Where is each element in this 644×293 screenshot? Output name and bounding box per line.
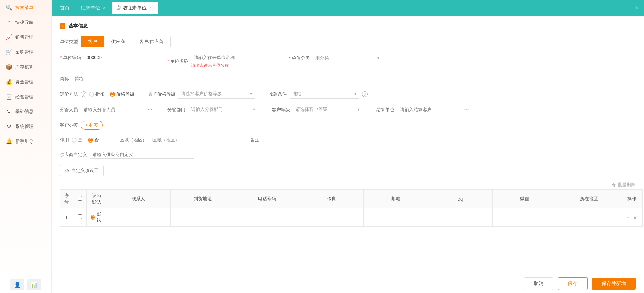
settlement-more-icon[interactable]: ··· [463,107,470,113]
td-email[interactable] [364,208,428,227]
table-select-all[interactable] [78,196,82,201]
sidebar-item-purchase[interactable]: 🛒 采购管理 [0,44,51,59]
radio-no-circle [88,138,93,143]
payment-arrow-icon: ▾ [354,91,356,96]
section-header: F 基本信息 [60,23,636,29]
unit-name-input[interactable] [191,54,275,62]
qq-input[interactable] [432,213,488,221]
add-tag-button[interactable]: + 标签 [81,121,103,130]
pricing-help-icon[interactable]: ? [81,91,86,97]
remark-input[interactable] [262,136,367,144]
tab-partners[interactable]: 往来单位 × [75,2,112,14]
radio-price-level[interactable]: 价格等级 [110,91,134,97]
alias-input[interactable] [72,75,141,83]
radio-yes-circle [72,138,77,143]
unit-category-group: 单位分类 未分类 ▾ [289,54,382,63]
manager-input[interactable] [81,106,143,114]
radio-discount[interactable]: 折扣 [89,91,104,97]
sidebar-item-system[interactable]: ⚙ 系统管理 [0,119,51,134]
region-more-icon[interactable]: ··· [222,137,229,143]
basicinfo-icon: 🗂 [6,108,13,115]
settlement-group: 结算单位 ··· [376,106,470,114]
tabbar-close-all[interactable]: × [632,5,641,12]
settlement-input[interactable] [397,106,460,114]
location-input[interactable] [561,213,617,221]
unit-category-select[interactable]: 未分类 ▾ [313,54,382,63]
purchase-icon: 🛒 [6,49,13,55]
sidebar-item-inventory[interactable]: 📦 库存核算 [0,59,51,74]
unit-code-input[interactable] [84,54,154,62]
pricing-row: 定价方法 ? 折扣 价格等级 客户价格等级 请选择客户价格等级 [60,89,636,99]
supplier-custom-input[interactable] [90,150,194,159]
th-contact: 联系人 [106,190,171,208]
pricing-radio-group: 折扣 价格等级 [89,91,134,97]
row-checkbox[interactable] [78,214,82,219]
td-qq[interactable] [428,208,493,227]
tab-new-partner[interactable]: 新增往来单位 × [112,2,158,14]
fax-input[interactable] [304,213,359,221]
bulk-delete-button[interactable]: 🗑 批量删除 [60,182,636,188]
sidebar-item-basicinfo[interactable]: 🗂 基础信息 [0,104,51,119]
sidebar-item-operations[interactable]: 📋 经营管理 [0,89,51,104]
save-button[interactable]: 保存 [558,277,588,290]
customer-level-arrow-icon: ▾ [358,107,360,112]
region-label: 区域（地区） [120,137,147,143]
sidebar-item-quicknav[interactable]: ⌂ 快捷导航 [0,15,51,30]
radio-disabled-yes[interactable]: 是 [72,137,83,143]
system-icon: ⚙ [6,123,13,130]
tab-partners-close[interactable]: × [102,6,106,10]
td-contact[interactable] [106,208,171,227]
address-input[interactable] [175,213,230,221]
save-add-button[interactable]: 保存并新增 [592,278,636,290]
customer-level-label: 客户等级 [272,107,290,113]
td-location[interactable] [557,208,621,227]
customer-level-group: 客户等级 请选择客户等级 ▾ [272,105,362,114]
payment-help-icon[interactable]: ? [362,91,368,97]
contact-input[interactable] [110,213,166,221]
unit-code-label: 单位编码 [60,55,81,61]
tag-group: 客户标签 + 标签 [60,121,103,130]
tab-home[interactable]: 首页 [54,2,75,14]
td-fax[interactable] [299,208,364,227]
type-btn-customer[interactable]: 客户 [81,36,104,47]
delete-row-button[interactable]: 🗑 [633,214,638,220]
user-button[interactable]: 👤 [10,279,24,290]
pricing-label: 定价方法 [60,91,78,97]
custom-settings-button[interactable]: ⚙ 自定义项设置 [60,165,104,176]
phone-input[interactable] [239,213,295,221]
payment-select[interactable]: 现结 ▾ [290,89,359,99]
radio-discount-circle [89,92,94,97]
td-address[interactable] [171,208,235,227]
page-content: F 基本信息 单位类型 客户 供应商 客户/供应商 单位编码 单位名称 [52,16,644,274]
sidebar-item-search[interactable]: 🔍 搜索菜单 [0,0,51,15]
email-input[interactable] [368,213,424,221]
manager-group: 分管人员 ··· [60,106,154,114]
td-wechat[interactable] [493,208,557,227]
default-radio[interactable]: 默认 [91,211,102,223]
sidebar-item-sales[interactable]: 📈 销售管理 [0,30,51,44]
add-row-button[interactable]: ＋ [626,214,630,220]
stats-button[interactable]: 📊 [27,279,41,290]
dept-select[interactable]: 请输入分管部门 ▾ [188,105,258,114]
category-arrow-icon: ▾ [377,56,379,60]
customer-level-select[interactable]: 请选择客户等级 ▾ [293,105,362,114]
type-btn-both[interactable]: 客户/供应商 [132,36,171,47]
tag-label: 客户标签 [60,122,78,128]
td-checkbox[interactable] [73,208,87,227]
sidebar-item-finance[interactable]: 💰 资金管理 [0,74,51,89]
region-input[interactable] [150,136,219,144]
td-phone[interactable] [235,208,299,227]
cancel-button[interactable]: 取消 [524,277,553,290]
wechat-input[interactable] [497,213,552,221]
manager-more-icon[interactable]: ··· [146,107,154,113]
th-fax: 传真 [299,190,364,208]
type-btn-supplier[interactable]: 供应商 [104,36,132,47]
tab-new-partner-close[interactable]: × [149,6,152,10]
th-email: 邮箱 [364,190,428,208]
customer-price-select[interactable]: 请选择客户价格等级 ▾ [178,89,255,99]
customer-price-arrow-icon: ▾ [250,91,252,96]
sidebar-item-guide[interactable]: 🔔 新手引导 [0,134,51,149]
radio-disabled-no[interactable]: 否 [88,137,99,143]
inventory-icon: 📦 [6,64,13,70]
th-location: 所在地区 [557,190,621,208]
